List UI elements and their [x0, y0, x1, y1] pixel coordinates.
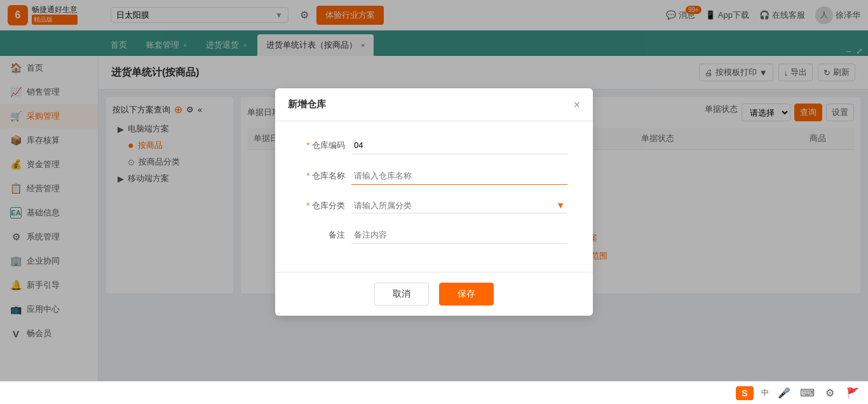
cancel-button[interactable]: 取消: [374, 283, 429, 306]
s-logo: S: [736, 386, 754, 400]
settings-bottom-icon[interactable]: ⚙: [822, 386, 837, 401]
new-warehouse-modal: 新增仓库 × 仓库编码 仓库名称 仓库分类 ▼: [275, 88, 593, 316]
modal-footer: 取消 保存: [275, 272, 593, 316]
modal-header: 新增仓库 ×: [275, 88, 593, 121]
modal-body: 仓库编码 仓库名称 仓库分类 ▼ 备注: [275, 121, 593, 272]
remark-label: 备注: [301, 229, 351, 241]
code-label: 仓库编码: [301, 140, 351, 151]
keyboard-icon[interactable]: ⌨: [799, 386, 815, 401]
category-select-wrapper[interactable]: ▼: [351, 198, 567, 213]
form-row-code: 仓库编码: [301, 137, 567, 154]
category-dropdown-icon: ▼: [556, 200, 565, 210]
category-label: 仓库分类: [301, 200, 351, 212]
bottom-bar: S 中 🎤 ⌨ ⚙ 🚩: [0, 381, 868, 404]
name-input[interactable]: [351, 167, 567, 185]
form-row-name: 仓库名称: [301, 167, 567, 185]
code-input[interactable]: [351, 137, 567, 154]
flag-icon[interactable]: 🚩: [845, 386, 860, 401]
modal-overlay: 新增仓库 × 仓库编码 仓库名称 仓库分类 ▼: [0, 0, 868, 404]
form-row-category: 仓库分类 ▼: [301, 198, 567, 213]
name-label: 仓库名称: [301, 170, 351, 182]
modal-close-button[interactable]: ×: [573, 99, 580, 111]
form-row-remark: 备注: [301, 226, 567, 244]
remark-input[interactable]: [351, 226, 567, 244]
save-button[interactable]: 保存: [439, 283, 494, 306]
modal-title: 新增仓库: [288, 98, 326, 111]
mic-icon[interactable]: 🎤: [776, 386, 792, 401]
category-input[interactable]: [354, 201, 556, 210]
zh-label[interactable]: 中: [761, 387, 769, 398]
